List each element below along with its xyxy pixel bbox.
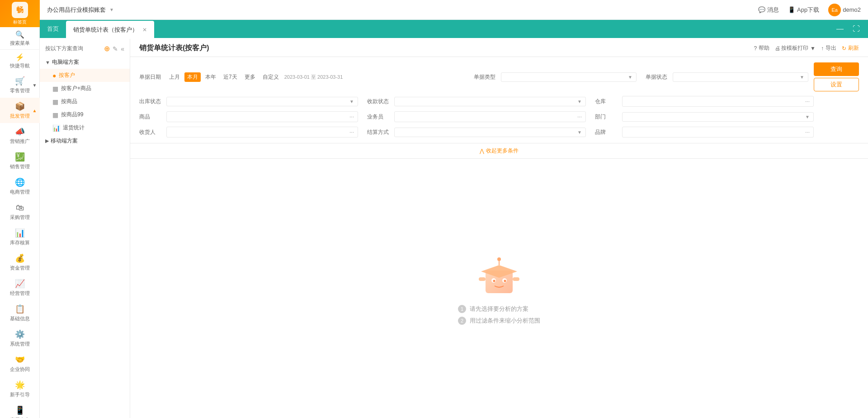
tab-maximize-button[interactable]: ⛶ xyxy=(850,23,863,35)
export-icon: ↑ xyxy=(821,45,824,52)
date-tab-more[interactable]: 更多 xyxy=(242,72,258,82)
collect-status-label: 收款状态 xyxy=(367,98,394,105)
refresh-button[interactable]: ↻ 刷新 xyxy=(842,44,859,52)
collect-status-control[interactable]: ▼ xyxy=(394,97,586,106)
collapse-label: ⋀ 收起更多条件 xyxy=(480,147,519,155)
sidebar-item-inventory[interactable]: 📊 库存核算 xyxy=(0,224,40,250)
quick-nav-item[interactable]: ⚡ 快捷导航 xyxy=(0,50,40,72)
by-customer-product-label: 按客户+商品 xyxy=(61,85,91,92)
type-control[interactable]: ▼ xyxy=(501,72,637,82)
sidebar-item-sales[interactable]: 💹 销售管理 xyxy=(0,148,40,174)
tree-group-desktop-header[interactable]: ▼ 电脑端方案 xyxy=(40,56,130,69)
filter-brand: 品牌 ··· xyxy=(595,127,814,138)
sidebar-item-ecommerce[interactable]: 🌐 电商管理 xyxy=(0,174,40,199)
date-range: 2023-03-01 至 2023-03-31 xyxy=(284,74,343,81)
date-control[interactable]: 上月 本月 本年 近7天 更多 自定义 2023-03-01 至 2023-03… xyxy=(166,72,465,82)
app-download-button[interactable]: 📱 App下载 xyxy=(788,6,819,14)
sidebar-item-basic[interactable]: 📋 基础信息 xyxy=(0,300,40,326)
sidebar-item-system[interactable]: ⚙️ 系统管理 xyxy=(0,326,40,351)
tree-item-by-product99[interactable]: ▦ 按商品99 xyxy=(40,108,130,121)
receiver-control[interactable]: ··· xyxy=(166,127,358,138)
sidebar-item-appcenter[interactable]: 📱 应用中心 xyxy=(0,402,40,418)
filter-collect-status: 收款状态 ▼ xyxy=(367,97,586,106)
tree-item-by-customer[interactable]: ● 按客户 xyxy=(40,69,130,82)
date-tab-custom[interactable]: 自定义 xyxy=(260,72,282,82)
wholesale-icon: 📦 xyxy=(15,101,25,111)
svg-point-4 xyxy=(493,280,495,282)
logo-icon: 畅 xyxy=(12,2,28,18)
tree-group-mobile-label: 移动端方案 xyxy=(51,137,78,145)
brand-control[interactable]: ··· xyxy=(622,127,814,138)
basic-icon: 📋 xyxy=(15,304,25,314)
app-download-label: App下载 xyxy=(797,6,819,14)
status-control[interactable]: ▼ xyxy=(673,72,808,82)
date-tab-last-month[interactable]: 上月 xyxy=(166,72,183,82)
warehouse-dots: ··· xyxy=(805,98,810,104)
date-tab-this-month[interactable]: 本月 xyxy=(184,72,201,82)
tree-item-by-product[interactable]: ▦ 按商品 xyxy=(40,95,130,108)
svg-rect-9 xyxy=(513,277,519,281)
tree-group-mobile-header[interactable]: ▶ 移动端方案 xyxy=(40,134,130,147)
svg-point-5 xyxy=(504,280,506,282)
department-control[interactable]: ▼ xyxy=(622,112,814,122)
sidebar-item-operations[interactable]: 📈 经营管理 xyxy=(0,275,40,300)
edit-scheme-button[interactable]: ✎ xyxy=(113,45,118,52)
sidebar-item-wholesale[interactable]: 📦 批发管理 ▲ xyxy=(0,98,40,123)
empty-illustration xyxy=(476,252,522,298)
tip-text-2: 用过滤条件来缩小分析范围 xyxy=(470,317,540,325)
search-menu-item[interactable]: 🔍 搜索菜单 xyxy=(0,27,40,50)
tab-minimize-button[interactable]: — xyxy=(834,23,846,35)
settings-button[interactable]: 设置 xyxy=(814,78,859,91)
by-product-label: 按商品 xyxy=(61,98,77,105)
finance-icon: 💰 xyxy=(15,253,25,263)
collapse-up-icon: ⋀ xyxy=(480,148,484,154)
inventory-icon: 📊 xyxy=(15,228,25,238)
out-status-control[interactable]: ▼ xyxy=(166,97,358,106)
filter-out-status: 出库状态 ▼ xyxy=(139,97,358,106)
department-label: 部门 xyxy=(595,113,622,121)
date-tab-this-year[interactable]: 本年 xyxy=(203,72,219,82)
header-left: 办公用品行业模拟账套 ▼ xyxy=(47,6,114,14)
help-button[interactable]: ? 帮助 xyxy=(754,44,769,52)
tree-item-by-customer-product[interactable]: ▦ 按客户+商品 xyxy=(40,82,130,95)
header-title-dropdown-icon[interactable]: ▼ xyxy=(109,7,114,12)
collapse-panel-button[interactable]: « xyxy=(121,45,124,52)
tree-item-return-stats[interactable]: 📊 退货统计 xyxy=(40,121,130,134)
sidebar-item-enterprise[interactable]: 🤝 企业协同 xyxy=(0,351,40,376)
app-download-icon: 📱 xyxy=(788,6,795,13)
date-tab-7days[interactable]: 近7天 xyxy=(221,72,240,82)
type-dropdown-icon: ▼ xyxy=(628,75,632,80)
search-menu-label: 搜索菜单 xyxy=(10,40,30,47)
sidebar-item-marketing[interactable]: 📣 营销推广 xyxy=(0,123,40,148)
export-button[interactable]: ↑ 导出 xyxy=(821,44,836,52)
sidebar-item-finance[interactable]: 💰 资金管理 xyxy=(0,250,40,275)
query-button[interactable]: 查询 xyxy=(814,62,859,76)
tabbar-actions: — ⛶ xyxy=(834,23,868,35)
filter-area: 单据日期 上月 本月 本年 近7天 更多 自定义 2023-03-01 至 20… xyxy=(130,57,868,143)
sidebar-item-newbie[interactable]: 🌟 新手引导 xyxy=(0,376,40,402)
tab-sales-stats[interactable]: 销货单统计表（按客户） ✕ xyxy=(66,21,154,39)
message-button[interactable]: 💬 消息 xyxy=(758,6,779,14)
product-control[interactable]: ··· xyxy=(166,111,358,122)
system-label: 系统管理 xyxy=(10,341,30,347)
tab-home[interactable]: 首页 xyxy=(40,20,66,38)
purchase-icon: 🛍 xyxy=(16,203,24,213)
left-panel-tools: ⊕ ✎ « xyxy=(104,44,124,53)
tip-num-1: 1 xyxy=(458,305,466,313)
tree-group-mobile-arrow: ▶ xyxy=(45,138,49,144)
sidebar-nav: 🛒 零售管理 ▼ 📦 批发管理 ▲ 📣 营销推广 💹 销售管理 🌐 电商管理 🛍… xyxy=(0,72,40,418)
print-button[interactable]: 🖨 按模板打印 ▼ xyxy=(775,44,816,52)
sidebar-item-purchase[interactable]: 🛍 采购管理 xyxy=(0,199,40,224)
user-profile-button[interactable]: Ea demo2 xyxy=(828,4,861,16)
finance-label: 资金管理 xyxy=(10,265,30,271)
payment-label: 结算方式 xyxy=(367,128,394,136)
collapse-bar[interactable]: ⋀ 收起更多条件 xyxy=(130,143,868,159)
tab-sales-stats-close[interactable]: ✕ xyxy=(142,27,147,33)
message-icon: 💬 xyxy=(758,6,765,13)
warehouse-control[interactable]: ··· xyxy=(622,96,814,107)
salesperson-control[interactable]: ··· xyxy=(394,111,586,122)
payment-control[interactable]: ▼ xyxy=(394,128,586,137)
return-stats-icon: 📊 xyxy=(52,124,60,132)
sidebar-item-retail[interactable]: 🛒 零售管理 ▼ xyxy=(0,72,40,98)
add-scheme-button[interactable]: ⊕ xyxy=(104,44,110,53)
